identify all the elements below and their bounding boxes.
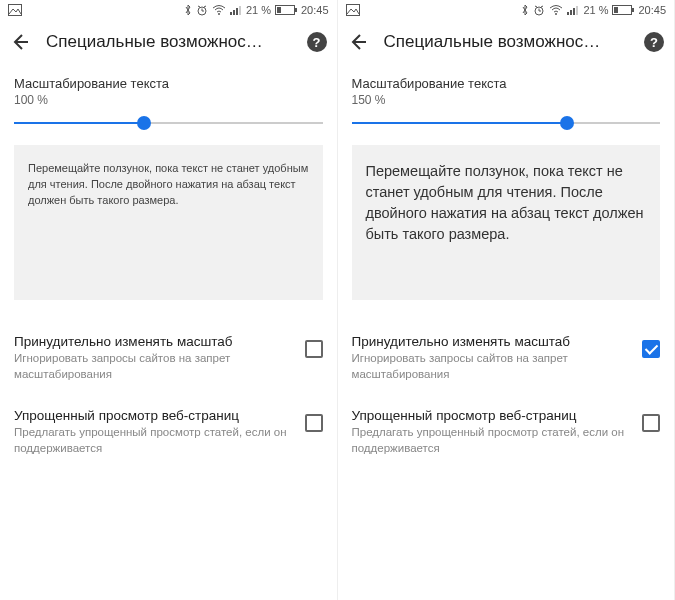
wifi-icon (549, 5, 563, 15)
svg-point-6 (218, 13, 220, 15)
signal-icon (230, 5, 242, 15)
setting-title: Упрощенный просмотр веб-страниц (14, 408, 295, 423)
setting-subtitle: Предлагать упрощенный просмотр статей, е… (14, 425, 295, 456)
svg-rect-26 (632, 8, 634, 12)
simplified-view-checkbox[interactable] (642, 414, 660, 432)
svg-line-5 (204, 6, 206, 7)
setting-subtitle: Игнорировать запросы сайтов на запрет ма… (14, 351, 295, 382)
svg-rect-9 (236, 8, 238, 15)
signal-icon (567, 5, 579, 15)
left-panel: 21 % 20:45 Специальные возможнос… ? Масш… (0, 0, 338, 600)
bluetooth-icon (184, 4, 192, 16)
svg-line-4 (198, 6, 200, 7)
wifi-icon (212, 5, 226, 15)
force-zoom-row[interactable]: Принудительно изменять масштаб Игнориров… (14, 320, 323, 394)
picture-icon (8, 4, 22, 16)
svg-rect-27 (614, 7, 618, 13)
content: Масштабирование текста 100 % Перемещайте… (0, 64, 337, 468)
page-title: Специальные возможнос… (46, 32, 291, 52)
text-scaling-label: Масштабирование текста (352, 76, 661, 91)
preview-text: Перемещайте ползунок, пока текст не стан… (14, 145, 323, 300)
force-zoom-checkbox[interactable] (642, 340, 660, 358)
app-bar: Специальные возможнос… ? (0, 20, 337, 64)
svg-line-18 (535, 6, 537, 7)
svg-rect-8 (233, 10, 235, 15)
status-bar: 21 % 20:45 (0, 0, 337, 20)
svg-line-19 (541, 6, 543, 7)
force-zoom-checkbox[interactable] (305, 340, 323, 358)
battery-icon (612, 5, 634, 15)
app-bar: Специальные возможнос… ? (338, 20, 675, 64)
setting-title: Упрощенный просмотр веб-страниц (352, 408, 633, 423)
force-zoom-row[interactable]: Принудительно изменять масштаб Игнориров… (352, 320, 661, 394)
svg-rect-23 (573, 8, 575, 15)
picture-icon (346, 4, 360, 16)
bluetooth-icon (521, 4, 529, 16)
text-scaling-slider[interactable] (352, 111, 661, 135)
back-icon[interactable] (10, 32, 30, 52)
text-scaling-label: Масштабирование текста (14, 76, 323, 91)
text-scaling-value: 100 % (14, 93, 323, 107)
simplified-view-row[interactable]: Упрощенный просмотр веб-страниц Предлага… (14, 394, 323, 468)
content: Масштабирование текста 150 % Перемещайте… (338, 64, 675, 468)
help-icon[interactable]: ? (307, 32, 327, 52)
svg-rect-7 (230, 12, 232, 15)
svg-rect-12 (295, 8, 297, 12)
setting-subtitle: Предлагать упрощенный просмотр статей, е… (352, 425, 633, 456)
svg-rect-24 (576, 6, 578, 15)
battery-text: 21 % (246, 4, 271, 16)
svg-rect-10 (239, 6, 241, 15)
simplified-view-row[interactable]: Упрощенный просмотр веб-страниц Предлага… (352, 394, 661, 468)
svg-rect-14 (346, 5, 359, 16)
svg-rect-21 (567, 12, 569, 15)
text-scaling-slider[interactable] (14, 111, 323, 135)
simplified-view-checkbox[interactable] (305, 414, 323, 432)
help-icon[interactable]: ? (644, 32, 664, 52)
battery-text: 21 % (583, 4, 608, 16)
setting-subtitle: Игнорировать запросы сайтов на запрет ма… (352, 351, 633, 382)
alarm-icon (533, 4, 545, 16)
setting-title: Принудительно изменять масштаб (352, 334, 633, 349)
svg-point-20 (555, 13, 557, 15)
clock-text: 20:45 (638, 4, 666, 16)
preview-text: Перемещайте ползунок, пока текст не стан… (352, 145, 661, 300)
setting-title: Принудительно изменять масштаб (14, 334, 295, 349)
slider-thumb[interactable] (137, 116, 151, 130)
svg-rect-0 (9, 5, 22, 16)
right-panel: 21 % 20:45 Специальные возможнос… ? Масш… (338, 0, 676, 600)
page-title: Специальные возможнос… (384, 32, 629, 52)
battery-icon (275, 5, 297, 15)
status-bar: 21 % 20:45 (338, 0, 675, 20)
slider-thumb[interactable] (560, 116, 574, 130)
clock-text: 20:45 (301, 4, 329, 16)
slider-fill (14, 122, 144, 124)
svg-rect-13 (277, 7, 281, 13)
svg-rect-22 (570, 10, 572, 15)
alarm-icon (196, 4, 208, 16)
back-icon[interactable] (348, 32, 368, 52)
text-scaling-value: 150 % (352, 93, 661, 107)
slider-fill (352, 122, 568, 124)
